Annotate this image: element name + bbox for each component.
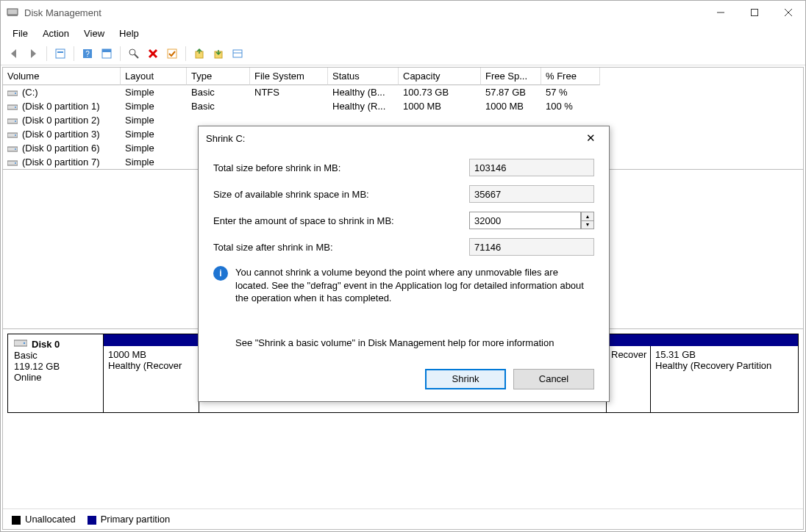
label-total-after: Total size after shrink in MB: [213, 242, 469, 253]
volume-layout: Simple [121, 127, 187, 141]
info-text: You cannot shrink a volume beyond the po… [235, 266, 594, 305]
volume-name[interactable]: (Disk 0 partition 1) [3, 99, 121, 113]
volume-name[interactable]: (Disk 0 partition 2) [3, 113, 121, 127]
svg-point-28 [15, 134, 16, 136]
close-button[interactable] [771, 1, 805, 24]
svg-point-12 [129, 49, 135, 55]
svg-point-32 [15, 162, 16, 164]
help-icon[interactable]: ? [79, 45, 96, 62]
volume-layout: Simple [121, 99, 187, 113]
dialog-titlebar: Shrink C: ✕ [199, 126, 609, 150]
tb-icon-5[interactable] [210, 45, 227, 62]
disk-status: Online [14, 372, 97, 383]
svg-rect-3 [752, 10, 758, 16]
col-pct[interactable]: % Free [541, 68, 600, 85]
tb-icon-3[interactable] [125, 45, 143, 62]
value-available: 35667 [469, 185, 594, 203]
toolbar: ? [1, 42, 805, 65]
disk-name: Disk 0 [32, 339, 60, 350]
spin-down-icon[interactable]: ▼ [582, 221, 593, 229]
spin-up-icon[interactable]: ▲ [582, 212, 593, 221]
forward-icon[interactable] [24, 45, 42, 62]
svg-point-30 [15, 148, 16, 150]
col-layout[interactable]: Layout [121, 68, 187, 85]
col-free[interactable]: Free Sp... [481, 68, 541, 85]
label-available: Size of available shrink space in MB: [213, 189, 469, 200]
menu-view[interactable]: View [76, 26, 112, 40]
volume-name[interactable]: (Disk 0 partition 3) [3, 127, 121, 141]
menu-help[interactable]: Help [112, 26, 146, 40]
disk-size: 119.12 GB [14, 361, 97, 372]
volume-pct: 57 % [541, 85, 600, 99]
partition[interactable]: Recover [607, 334, 651, 412]
col-capacity[interactable]: Capacity [399, 68, 481, 85]
partition[interactable]: 1000 MB Healthy (Recover [104, 334, 199, 412]
help-text: See "Shrink a basic volume" in Disk Mana… [213, 337, 594, 348]
minimize-button[interactable] [704, 1, 738, 24]
col-type[interactable]: Type [187, 68, 250, 85]
volume-type: Basic [187, 85, 250, 99]
close-icon[interactable]: ✕ [579, 132, 602, 145]
app-icon [7, 7, 18, 18]
disk-label[interactable]: Disk 0 Basic 119.12 GB Online [8, 334, 104, 412]
menu-file[interactable]: File [5, 26, 35, 40]
svg-rect-16 [168, 49, 176, 58]
drive-icon [7, 90, 18, 97]
svg-text:?: ? [85, 50, 90, 58]
label-total-before: Total size before shrink in MB: [213, 162, 469, 173]
svg-rect-6 [56, 49, 65, 58]
volume-name[interactable]: (Disk 0 partition 7) [3, 155, 121, 169]
back-icon[interactable] [5, 45, 23, 62]
partition-size: 1000 MB [108, 349, 194, 360]
disk-icon [14, 339, 27, 350]
maximize-button[interactable] [738, 1, 771, 24]
partition-status: Healthy (Recover [108, 360, 194, 371]
svg-rect-1 [7, 15, 18, 16]
menu-action[interactable]: Action [35, 26, 76, 40]
volume-type: Basic [187, 99, 250, 113]
tb-icon-2[interactable] [98, 45, 115, 62]
drive-icon [7, 159, 18, 167]
svg-rect-33 [14, 340, 27, 346]
value-total-after: 71146 [469, 238, 594, 256]
col-volume[interactable]: Volume [3, 68, 121, 85]
volume-free: 57.87 GB [481, 85, 541, 99]
svg-line-13 [135, 54, 138, 58]
col-status[interactable]: Status [328, 68, 399, 85]
svg-rect-7 [57, 51, 63, 53]
svg-point-22 [15, 93, 16, 94]
delete-icon[interactable] [144, 45, 162, 62]
drive-icon [7, 104, 18, 111]
volume-name[interactable]: (C:) [3, 85, 121, 99]
cancel-button[interactable]: Cancel [513, 369, 594, 389]
spinner[interactable]: ▲▼ [581, 212, 594, 229]
partition[interactable]: 15.31 GB Healthy (Recovery Partition [651, 334, 798, 412]
volume-capacity: 100.73 GB [399, 85, 481, 99]
volume-layout: Simple [121, 155, 187, 169]
volume-capacity: 1000 MB [399, 99, 481, 113]
dialog-title: Shrink C: [206, 133, 245, 144]
volume-free: 1000 MB [481, 99, 541, 113]
disk-management-window: Disk Management File Action View Help ? [0, 0, 806, 532]
shrink-dialog: Shrink C: ✕ Total size before shrink in … [198, 126, 610, 402]
col-filesystem[interactable]: File System [250, 68, 328, 85]
check-icon[interactable] [163, 45, 181, 62]
partition-status: Recover [611, 349, 646, 360]
svg-point-24 [15, 107, 16, 108]
tb-icon-6[interactable] [229, 45, 246, 62]
legend-unallocated: Unallocated [12, 514, 76, 525]
volume-fs [250, 99, 328, 113]
info-icon: i [213, 266, 228, 281]
shrink-amount-input[interactable] [469, 212, 581, 229]
svg-rect-19 [233, 50, 242, 57]
drive-icon [7, 118, 18, 125]
shrink-button[interactable]: Shrink [425, 369, 506, 389]
tb-icon-1[interactable] [51, 45, 69, 62]
disk-type: Basic [14, 350, 97, 361]
volume-name[interactable]: (Disk 0 partition 6) [3, 141, 121, 155]
volume-status: Healthy (R... [328, 99, 399, 113]
svg-rect-0 [7, 9, 18, 15]
volume-pct: 100 % [541, 99, 600, 113]
drive-icon [7, 132, 18, 139]
tb-icon-4[interactable] [190, 45, 208, 62]
